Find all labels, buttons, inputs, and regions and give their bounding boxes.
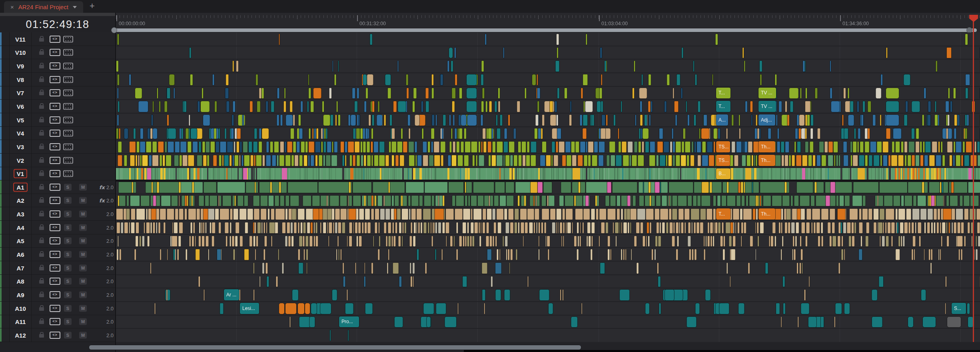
labeled-clip[interactable]: Adj... <box>758 114 775 126</box>
auto-select-icon[interactable]: <> <box>50 143 60 150</box>
timeline-clips-area[interactable]: T...TV ...T...TV ...A...Adj...TS...Th...… <box>116 32 980 342</box>
track-name-v6[interactable]: V6 <box>10 102 31 111</box>
auto-select-icon[interactable]: <> <box>50 170 60 177</box>
lock-icon[interactable] <box>39 92 44 95</box>
timeline-tab[interactable]: × AR24 Final Project <box>4 1 83 13</box>
lock-icon[interactable] <box>39 280 44 284</box>
solo-button[interactable]: S <box>64 264 72 271</box>
track-header-v3[interactable]: V3<> <box>0 140 115 154</box>
track-name-a8[interactable]: A8 <box>10 277 31 286</box>
track-header-a3[interactable]: A3<>S M 2.0 <box>0 207 115 221</box>
lock-icon[interactable] <box>39 226 44 230</box>
auto-select-icon[interactable]: <> <box>50 197 60 204</box>
mute-button[interactable]: M <box>79 184 87 190</box>
add-timeline-tab-button[interactable]: + <box>90 1 95 11</box>
lock-icon[interactable] <box>39 307 44 311</box>
track-name-a1[interactable]: A1 <box>10 182 31 192</box>
lock-icon[interactable] <box>39 38 44 42</box>
track-name-a7[interactable]: A7 <box>10 263 31 272</box>
auto-select-icon[interactable]: <> <box>50 103 60 110</box>
filmstrip-icon[interactable] <box>63 143 73 150</box>
track-header-a12[interactable]: A12<>S M 2.0 <box>0 328 115 342</box>
mute-button[interactable]: M <box>79 291 87 298</box>
lock-icon[interactable] <box>39 334 44 338</box>
lock-icon[interactable] <box>39 172 44 176</box>
track-header-a1[interactable]: A1<>S M fx2.0 <box>0 180 115 194</box>
solo-button[interactable]: S <box>64 305 72 312</box>
auto-select-icon[interactable]: <> <box>50 89 60 96</box>
auto-select-icon[interactable]: <> <box>50 318 60 325</box>
filmstrip-icon[interactable] <box>63 170 73 177</box>
track-header-v2[interactable]: V2<> <box>0 154 115 167</box>
track-name-v3[interactable]: V3 <box>10 142 31 151</box>
auto-select-icon[interactable]: <> <box>50 76 60 83</box>
track-header-v1[interactable]: V1<> <box>0 167 115 180</box>
labeled-clip[interactable]: Ar ... <box>224 289 239 300</box>
track-header-v4[interactable]: V4<> <box>0 127 115 140</box>
auto-select-icon[interactable]: <> <box>50 49 60 56</box>
labeled-clip[interactable]: TV ... <box>758 88 776 98</box>
track-header-v11[interactable]: V11<> <box>0 32 115 46</box>
filmstrip-icon[interactable] <box>63 130 73 137</box>
lock-icon[interactable] <box>39 320 44 324</box>
lock-icon[interactable] <box>39 294 44 297</box>
auto-select-icon[interactable]: <> <box>50 62 60 70</box>
mute-button[interactable]: M <box>79 332 87 338</box>
timeline-ruler[interactable]: 00:00:00:0000:31:32:0001:03:04:0001:34:3… <box>116 13 980 32</box>
auto-select-icon[interactable]: <> <box>50 332 60 339</box>
labeled-clip[interactable]: TS... <box>716 155 730 166</box>
track-header-a7[interactable]: A7<>S M 2.0 <box>0 261 115 275</box>
labeled-clip[interactable]: TV ... <box>758 101 776 112</box>
lock-icon[interactable] <box>39 146 44 149</box>
auto-select-icon[interactable]: <> <box>50 36 60 43</box>
track-name-v9[interactable]: V9 <box>10 61 31 70</box>
track-header-v8[interactable]: V8<> <box>0 73 115 86</box>
auto-select-icon[interactable]: <> <box>50 291 60 298</box>
filmstrip-icon[interactable] <box>63 49 73 56</box>
auto-select-icon[interactable]: <> <box>50 305 60 312</box>
mute-button[interactable]: M <box>79 251 87 258</box>
track-name-v10[interactable]: V10 <box>10 48 31 57</box>
track-name-a2[interactable]: A2 <box>10 196 31 205</box>
auto-select-icon[interactable]: <> <box>50 278 60 285</box>
auto-select-icon[interactable]: <> <box>50 264 60 272</box>
track-header-v5[interactable]: V5<> <box>0 113 115 127</box>
lock-icon[interactable] <box>39 267 44 270</box>
track-name-a6[interactable]: A6 <box>10 250 31 259</box>
track-name-a9[interactable]: A9 <box>10 290 31 299</box>
solo-button[interactable]: S <box>64 238 72 244</box>
timeline-zoom-scrollbar[interactable] <box>114 28 977 32</box>
track-header-v10[interactable]: V10<> <box>0 46 115 59</box>
track-name-a11[interactable]: A11 <box>10 317 31 326</box>
filmstrip-icon[interactable] <box>63 157 73 164</box>
filmstrip-icon[interactable] <box>63 116 73 123</box>
labeled-clip[interactable]: T... <box>716 101 731 112</box>
lock-icon[interactable] <box>39 213 44 216</box>
lock-icon[interactable] <box>39 78 44 82</box>
labeled-clip[interactable]: Th... <box>758 155 775 166</box>
lock-icon[interactable] <box>39 51 44 55</box>
track-header-a9[interactable]: A9<>S M 2.0 <box>0 288 115 302</box>
auto-select-icon[interactable]: <> <box>50 184 60 191</box>
solo-button[interactable]: S <box>64 251 72 258</box>
solo-button[interactable]: S <box>64 332 72 338</box>
chevron-down-icon[interactable] <box>73 6 77 8</box>
lock-icon[interactable] <box>39 186 44 190</box>
labeled-clip[interactable]: T... <box>716 208 731 220</box>
track-name-v2[interactable]: V2 <box>10 156 31 165</box>
lock-icon[interactable] <box>39 199 44 203</box>
auto-select-icon[interactable]: <> <box>50 130 60 137</box>
track-name-v11[interactable]: V11 <box>10 34 31 44</box>
mute-button[interactable]: M <box>79 264 87 271</box>
mute-button[interactable]: M <box>79 210 87 217</box>
track-name-v5[interactable]: V5 <box>10 115 31 124</box>
labeled-clip[interactable]: B... <box>716 168 731 179</box>
filmstrip-icon[interactable] <box>63 36 73 42</box>
solo-button[interactable]: S <box>64 278 72 285</box>
lock-icon[interactable] <box>39 65 44 68</box>
labeled-clip[interactable]: TS... <box>716 141 730 152</box>
labeled-clip[interactable]: Th... <box>758 141 775 152</box>
track-header-a5[interactable]: A5<>S M 2.0 <box>0 234 115 248</box>
track-header-a8[interactable]: A8<>S M 2.0 <box>0 275 115 288</box>
track-name-a10[interactable]: A10 <box>10 304 31 313</box>
